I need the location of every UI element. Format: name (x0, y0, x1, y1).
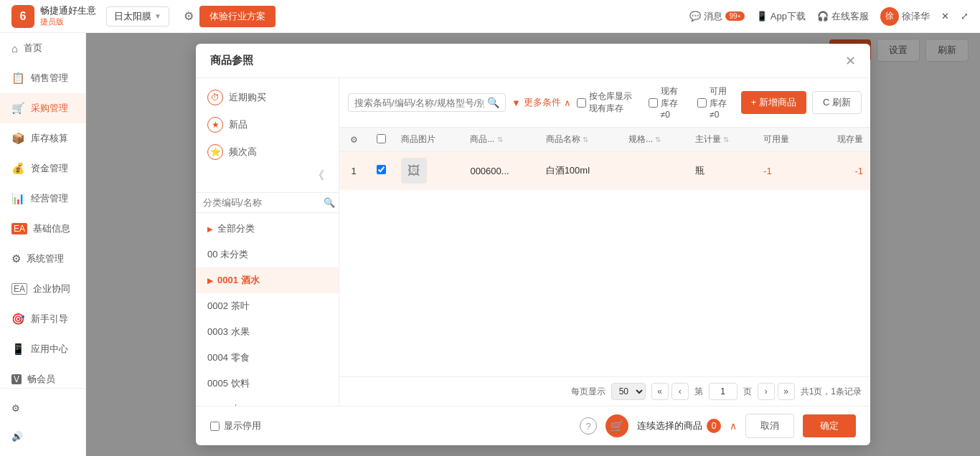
checkbox-stock-nonzero[interactable]: 现有库存≠0 (649, 85, 687, 120)
checkbox-stock-input[interactable] (649, 98, 658, 108)
page-number-input[interactable] (709, 383, 738, 400)
all-arrow-icon: ▶ (207, 225, 213, 233)
collapse-panel-button[interactable]: 《 (307, 166, 330, 184)
th-code[interactable]: 商品... ⇅ (463, 128, 538, 152)
name-sort-icon: ⇅ (583, 136, 588, 143)
category-item-00[interactable]: 00 未分类 (196, 242, 339, 267)
online-service-item[interactable]: 🎧 在线客服 (817, 10, 869, 23)
th-settings[interactable]: ⚙ (339, 128, 368, 152)
footer-right: ? 🛒 连续选择的商品 0 ∧ 取消 确定 (580, 414, 856, 438)
category-item-0008[interactable]: 0008 水 (196, 396, 339, 406)
sidebar-settings[interactable]: ⚙ (0, 394, 85, 422)
last-page-button[interactable]: » (778, 383, 795, 400)
th-name[interactable]: 商品名称 ⇅ (539, 128, 621, 152)
modal-overlay: 商品参照 ✕ ⏱ 近期购买 ★ 新 (86, 33, 980, 456)
shortcut-frequent[interactable]: ⭐ 频次高 (196, 138, 339, 166)
per-page-select[interactable]: 50 (611, 383, 646, 400)
row-checkbox[interactable] (368, 152, 394, 190)
settings-button[interactable]: ⚙ (178, 6, 199, 26)
category-all-label: 全部分类 (217, 222, 255, 235)
branch-selector[interactable]: 日太阳膜 ▼ (106, 6, 169, 27)
category-item-0004[interactable]: 0004 零食 (196, 345, 339, 371)
category-0002-label: 0002 茶叶 (207, 300, 250, 313)
close-window[interactable]: ✕ (941, 11, 949, 22)
cancel-button[interactable]: 取消 (745, 414, 794, 438)
selected-count-badge: 0 (707, 419, 721, 433)
logo-icon: 6 (11, 5, 34, 28)
sidebar-label-home: 首页 (24, 42, 42, 54)
prev-page-button[interactable]: ‹ (672, 383, 689, 400)
row-select-checkbox[interactable] (377, 165, 386, 174)
modal-title: 商品参照 (210, 54, 253, 67)
sidebar-label-member: 畅会员 (27, 373, 55, 386)
sidebar-item-apps[interactable]: 📱 应用中心 (0, 334, 85, 364)
refresh-button[interactable]: C 刷新 (812, 91, 862, 114)
product-image: 🖼 (401, 158, 427, 184)
sidebar-volume[interactable]: 🔊 (0, 422, 85, 450)
volume-icon: 🔊 (11, 431, 23, 442)
shortcut-recent-label: 近期购买 (229, 91, 266, 104)
shortcut-recent[interactable]: ⏱ 近期购买 (196, 84, 339, 111)
th-spec[interactable]: 规格... ⇅ (621, 128, 688, 152)
more-filter-button[interactable]: ▼ 更多条件 ∧ (512, 96, 571, 109)
sidebar-item-sales[interactable]: 📋 销售管理 (0, 63, 85, 93)
sidebar-label-purchase: 采购管理 (31, 102, 68, 115)
shortcut-new[interactable]: ★ 新品 (196, 111, 339, 138)
expand-window[interactable]: ⤢ (961, 11, 969, 22)
product-search-input[interactable] (354, 98, 484, 108)
user-item[interactable]: 徐 徐泽华 (880, 7, 930, 26)
modal-close-button[interactable]: ✕ (845, 54, 856, 67)
sidebar-item-inventory[interactable]: 📦 库存核算 (0, 123, 85, 153)
sidebar-item-system[interactable]: ⚙ 系统管理 (0, 244, 85, 274)
footer-collapse-icon[interactable]: ∧ (730, 420, 737, 432)
sidebar-label-apps: 应用中心 (31, 343, 68, 356)
category-search-input[interactable] (203, 197, 324, 208)
display-disabled-checkbox[interactable]: 显示停用 (210, 419, 261, 432)
help-button[interactable]: ? (580, 417, 597, 434)
user-name: 徐泽华 (902, 10, 930, 23)
modal-header: 商品参照 ✕ (196, 44, 870, 78)
page-word: 第 (692, 386, 706, 398)
display-disabled-label: 显示停用 (224, 419, 261, 432)
category-item-all[interactable]: ▶ 全部分类 (196, 216, 339, 242)
operations-icon: 📊 (11, 192, 25, 205)
th-available: 可用量 (756, 128, 813, 152)
cart-button[interactable]: 🛒 (606, 414, 628, 437)
checkbox-by-warehouse[interactable]: 按仓库显示现有库存 (577, 90, 637, 115)
category-0004-label: 0004 零食 (207, 351, 250, 364)
product-search-icon[interactable]: 🔍 (487, 97, 499, 108)
messages-nav-item[interactable]: 💬 消息 99+ (689, 10, 744, 23)
sidebar-item-basics[interactable]: EA 基础信息 (0, 214, 85, 244)
per-page-label: 每页显示 (571, 386, 606, 398)
sidebar-item-guide[interactable]: 🎯 新手引导 (0, 304, 85, 334)
sidebar-label-sales: 销售管理 (31, 72, 68, 85)
table-row[interactable]: 1 🖼 000600... 白酒100ml (339, 152, 870, 190)
select-all-checkbox[interactable] (377, 134, 386, 143)
filter-checkboxes: 按仓库显示现有库存 现有库存≠0 可用库存≠0 (577, 85, 735, 120)
sidebar-item-purchase[interactable]: 🛒 采购管理 (0, 93, 85, 123)
category-item-0001[interactable]: ▶ 0001 酒水 (196, 267, 339, 293)
category-item-0002[interactable]: 0002 茶叶 (196, 293, 339, 319)
checkbox-warehouse-input[interactable] (577, 98, 586, 108)
next-page-button[interactable]: › (758, 383, 775, 400)
app-download-item[interactable]: 📱 App下载 (756, 10, 806, 23)
add-product-button[interactable]: + 新增商品 (741, 91, 806, 114)
disabled-checkbox-input[interactable] (210, 422, 220, 431)
checkbox-available-nonzero[interactable]: 可用库存≠0 (697, 85, 735, 120)
category-search-icon[interactable]: 🔍 (324, 197, 335, 208)
first-page-button[interactable]: « (651, 383, 669, 400)
experience-button[interactable]: 体验行业方案 (199, 6, 275, 27)
top-nav: 6 畅捷通好生意 捷员版 日太阳膜 ▼ ⚙ 体验行业方案 💬 消息 99+ 📱 … (0, 0, 980, 33)
category-item-0005[interactable]: 0005 饮料 (196, 371, 339, 396)
checkbox-available-input[interactable] (697, 98, 707, 108)
th-unit[interactable]: 主计量 ⇅ (688, 128, 756, 152)
product-table: ⚙ 商品图片 商品... ⇅ (339, 128, 870, 190)
sidebar-item-member[interactable]: V 畅会员 (0, 364, 85, 388)
sidebar-item-finance[interactable]: 💰 资金管理 (0, 153, 85, 184)
sidebar-item-operations[interactable]: 📊 经营管理 (0, 184, 85, 214)
confirm-button[interactable]: 确定 (803, 414, 856, 437)
sidebar-item-home[interactable]: ⌂ 首页 (0, 33, 85, 63)
category-item-0003[interactable]: 0003 水果 (196, 319, 339, 345)
sidebar-item-enterprise[interactable]: EA 企业协同 (0, 274, 85, 304)
continuous-select-info: 连续选择的商品 0 (637, 419, 721, 433)
